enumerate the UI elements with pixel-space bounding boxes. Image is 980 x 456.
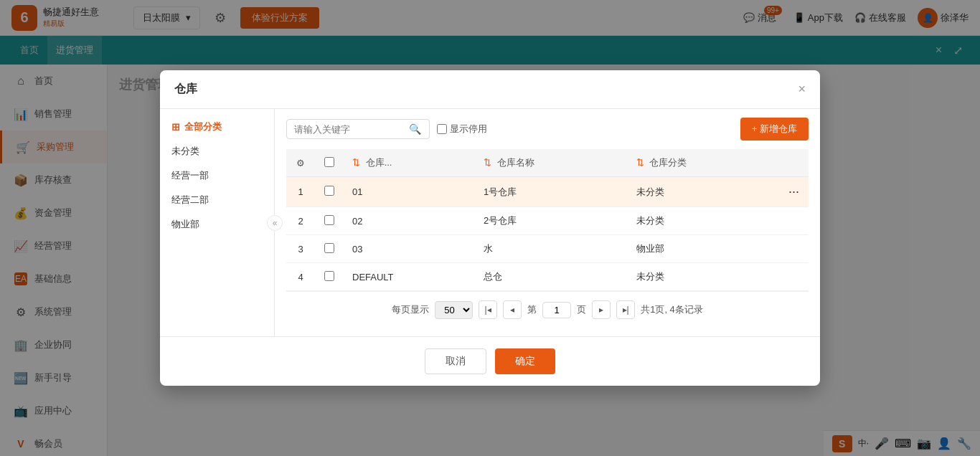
sort-icon-category: ⇅: [636, 157, 644, 168]
category-panel: « ⊞ 全部分类 未分类 经营一部 经营二部 物业部: [160, 109, 275, 336]
category-item-unclassified[interactable]: 未分类: [160, 139, 274, 163]
table-row: 3 03 水 物业部: [286, 235, 809, 263]
next-page-button[interactable]: ▸: [592, 300, 611, 319]
row2-seq: 2: [286, 207, 315, 235]
row4-more[interactable]: [780, 263, 809, 291]
total-info: 共1页, 4条记录: [641, 303, 703, 316]
per-page-label: 每页显示: [392, 303, 429, 316]
warehouse-dialog: 仓库 × « ⊞ 全部分类 未分类 经营一部 经营二部: [160, 70, 820, 386]
col-settings: ⚙: [286, 149, 315, 177]
dialog-title: 仓库: [174, 82, 197, 97]
category-all-label: 全部分类: [184, 120, 222, 133]
row2-code: 02: [344, 207, 475, 235]
category-collapse-button[interactable]: «: [267, 215, 283, 231]
col-checkbox: [315, 149, 344, 177]
row4-name: 总仓: [475, 263, 627, 291]
search-input-wrap: 🔍: [286, 119, 430, 139]
row1-category: 未分类: [628, 177, 780, 207]
col-code[interactable]: ⇅ 仓库...: [344, 149, 475, 177]
col-category[interactable]: ⇅ 仓库分类: [628, 149, 780, 177]
table-toolbar: 🔍 显示停用 + 新增仓库: [286, 118, 809, 141]
table-row: 1 01 1号仓库 未分类 ···: [286, 177, 809, 207]
row3-code: 03: [344, 235, 475, 263]
row2-name: 2号仓库: [475, 207, 627, 235]
category-property-label: 物业部: [171, 218, 199, 231]
dialog-close-button[interactable]: ×: [798, 82, 806, 97]
dialog-body: « ⊞ 全部分类 未分类 经营一部 经营二部 物业部: [160, 109, 820, 336]
category-ops1-label: 经营一部: [171, 169, 209, 182]
sort-icon-name: ⇅: [484, 157, 491, 168]
row1-name: 1号仓库: [475, 177, 627, 207]
confirm-button[interactable]: 确定: [495, 348, 555, 374]
per-page-select[interactable]: 50: [435, 301, 473, 319]
row4-seq: 4: [286, 263, 315, 291]
row4-code: DEFAULT: [344, 263, 475, 291]
dialog-header: 仓库 ×: [160, 70, 820, 109]
row3-name: 水: [475, 235, 627, 263]
row3-more[interactable]: [780, 235, 809, 263]
row2-checkbox: [315, 207, 344, 235]
row4-category: 未分类: [628, 263, 780, 291]
row1-seq: 1: [286, 177, 315, 207]
row1-select[interactable]: [324, 186, 334, 196]
table-body: 1 01 1号仓库 未分类 ··· 2: [286, 177, 809, 291]
show-disabled-checkbox[interactable]: [437, 124, 447, 134]
row3-select[interactable]: [324, 243, 334, 253]
cancel-button[interactable]: 取消: [425, 348, 486, 374]
show-disabled-wrap: 显示停用: [437, 123, 487, 136]
category-ops2-label: 经营二部: [171, 194, 209, 206]
add-warehouse-button[interactable]: + 新增仓库: [740, 118, 809, 141]
page-suffix: 页: [577, 303, 586, 316]
search-icon[interactable]: 🔍: [409, 123, 421, 135]
table-panel: 🔍 显示停用 + 新增仓库 ⚙: [275, 109, 820, 336]
category-item-all[interactable]: ⊞ 全部分类: [160, 115, 274, 139]
page-label: 第: [527, 303, 537, 316]
row4-checkbox: [315, 263, 344, 291]
table-header-row: ⚙ ⇅ 仓库... ⇅: [286, 149, 809, 177]
show-disabled-label: 显示停用: [450, 123, 487, 136]
search-input[interactable]: [294, 124, 409, 135]
table-container: ⚙ ⇅ 仓库... ⇅: [286, 149, 809, 291]
table-row: 2 02 2号仓库 未分类: [286, 207, 809, 235]
category-item-ops1[interactable]: 经营一部: [160, 163, 274, 188]
dialog-footer: 取消 确定: [160, 336, 820, 386]
dialog-overlay: 仓库 × « ⊞ 全部分类 未分类 经营一部 经营二部: [0, 0, 980, 456]
row4-select[interactable]: [324, 271, 334, 281]
category-item-property[interactable]: 物业部: [160, 212, 274, 237]
last-page-button[interactable]: ▸|: [616, 300, 635, 319]
row2-category: 未分类: [628, 207, 780, 235]
table-head: ⚙ ⇅ 仓库... ⇅: [286, 149, 809, 177]
col-actions: [780, 149, 809, 177]
row2-select[interactable]: [324, 215, 334, 225]
category-item-ops2[interactable]: 经营二部: [160, 188, 274, 212]
row1-more[interactable]: ···: [780, 177, 809, 207]
grid-icon: ⊞: [171, 121, 180, 133]
table-row: 4 DEFAULT 总仓 未分类: [286, 263, 809, 291]
sort-icon-code: ⇅: [352, 157, 360, 168]
category-unclassified-label: 未分类: [171, 145, 199, 158]
row3-seq: 3: [286, 235, 315, 263]
row1-checkbox: [315, 177, 344, 207]
row2-more[interactable]: [780, 207, 809, 235]
first-page-button[interactable]: |◂: [479, 300, 497, 319]
settings-col-icon[interactable]: ⚙: [296, 158, 305, 168]
prev-page-button[interactable]: ◂: [503, 300, 522, 319]
select-all-checkbox[interactable]: [324, 157, 334, 167]
row3-category: 物业部: [628, 235, 780, 263]
col-name[interactable]: ⇅ 仓库名称: [475, 149, 627, 177]
warehouse-table: ⚙ ⇅ 仓库... ⇅: [286, 149, 809, 291]
row3-checkbox: [315, 235, 344, 263]
pagination: 每页显示 50 |◂ ◂ 第 页 ▸ ▸| 共1页, 4条记录: [286, 291, 809, 328]
page-number-input[interactable]: [542, 302, 571, 318]
row1-code: 01: [344, 177, 475, 207]
